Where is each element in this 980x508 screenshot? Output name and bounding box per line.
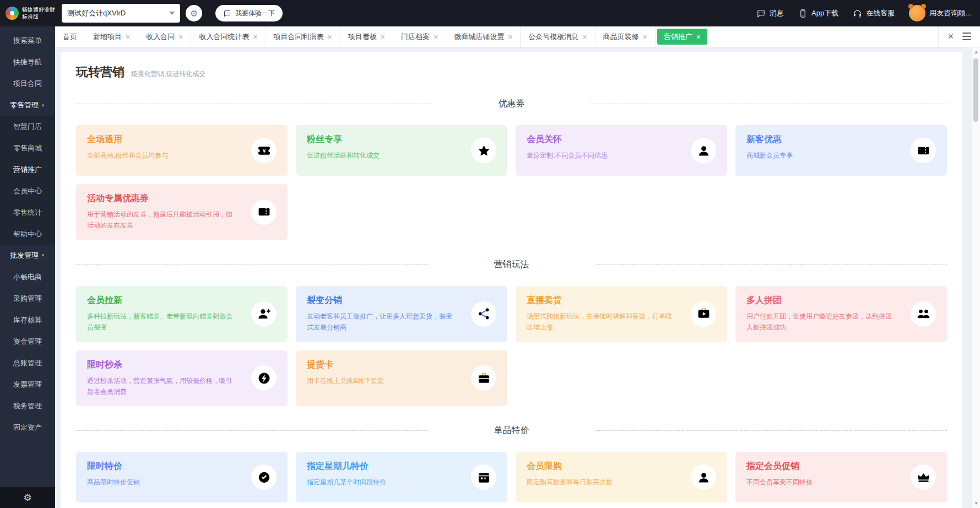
sidebar-item-label: 智慧门店 [13,122,42,132]
tab-income-contract-stats[interactable]: 收入合同统计表× [191,26,266,47]
tab-label: 新增项目 [93,32,122,42]
tab-official-account-template[interactable]: 公众号模板消息× [521,26,595,47]
consultant-entry[interactable]: 用友咨询顾... [909,5,971,21]
feature-card[interactable]: 会员关怀 量身定制,不同会员不同优惠 [516,125,727,176]
sidebar-item-smart-store[interactable]: 智慧门店 [0,116,55,137]
section-header: 单品特价 [76,425,947,436]
sidebar-item-general-ledger[interactable]: 总账管理 [0,352,55,374]
close-all-tabs-icon[interactable]: × [947,31,954,41]
sidebar-group-retail-management[interactable]: 零售管理▲ [0,94,55,116]
tab-close-icon[interactable]: × [643,33,647,41]
tabbar-controls: × [938,26,980,46]
coupon-icon [911,138,936,163]
scroll-up-icon[interactable]: ▲ [972,50,980,55]
tab-close-icon[interactable]: × [508,33,512,41]
experience-button[interactable]: 我要体验一下 [215,5,283,21]
feature-card[interactable]: 指定星期几特价 指定星期几某个时间段特价 [296,452,507,502]
tab-close-icon[interactable]: × [381,33,385,41]
sidebar-item-retail-stats[interactable]: 零售统计 [0,202,55,223]
tab-close-icon[interactable]: × [126,33,130,41]
tab-close-icon[interactable]: × [434,33,438,41]
sidebar-item-help-center[interactable]: 帮助中心 [0,223,55,245]
chat-bubble-icon [223,9,231,18]
tabbar: 首页 新增项目× 收入合同× 收入合同统计表× 项目合同利润表× 项目看板× 门… [55,26,980,47]
tab-weshop-settings[interactable]: 微商城店铺设置× [446,26,521,47]
feature-card[interactable]: 限时秒杀 通过秒杀活动，营造紧张气氛，用较低价格，吸引新老会员消费 [76,350,288,407]
card-title: 会员拉新 [87,295,277,306]
scroll-down-icon[interactable]: ▼ [972,501,980,506]
section-coupons: 优惠券 全场通用 全部商品,粉丝和会员均参与 粉丝专享 促进粉丝活跃和转化成交 [61,98,962,502]
account-select[interactable]: 测试好会计qXVlrD [62,4,180,23]
sidebar-item-search-menu[interactable]: 搜索菜单 [0,30,55,51]
tab-project-contract-profit[interactable]: 项目合同利润表× [266,26,340,47]
app-download-button[interactable]: App下载 [798,8,838,18]
feature-card[interactable]: 直播卖货 场景式购物新玩法，主播随时讲解和答疑，订单嗖嗖增上涨 [516,286,727,342]
sidebar-item-xiaochang-ecommerce[interactable]: 小畅电商 [0,266,55,288]
tab-marketing-promotion[interactable]: 营销推广× [657,29,707,45]
tab-close-icon[interactable]: × [696,33,701,41]
tab-label: 微商城店铺设置 [454,32,504,42]
tab-close-icon[interactable]: × [582,33,587,41]
collapse-up-icon: ▲ [41,102,45,107]
sidebar-item-project-contract[interactable]: 项目合同 [0,73,55,94]
feature-card[interactable]: 限时特价 商品限时特价促销 [76,452,288,502]
sidebar-item-retail-mall[interactable]: 零售商城 [0,137,55,159]
card-title: 提货卡 [307,359,496,371]
scrollbar-thumb[interactable] [973,58,978,122]
feature-card[interactable]: 活动专属优惠券 用于营销活动的发券，新建后只能被活动引用，随活动的发布发券 [76,184,288,240]
tab-home[interactable]: 首页 [55,26,85,47]
sidebar-settings-gear-icon[interactable]: ⚙ [0,487,55,508]
tab-label: 项目合同利润表 [274,32,324,42]
sidebar-item-label: 采购管理 [13,294,42,304]
feature-card[interactable]: 粉丝专享 促进粉丝活跃和转化成交 [296,125,507,176]
tab-close-icon[interactable]: × [178,33,183,41]
tab-product-page-design[interactable]: 商品页装修× [595,26,656,47]
share-network-icon [471,301,496,327]
tab-label: 项目看板 [348,32,377,42]
feature-card[interactable]: 裂变分销 发动老客和员工做推广，让更多人帮您卖货，裂变式发展分销商 [296,286,507,342]
sidebar-item-label: 零售商城 [13,143,42,153]
sidebar-item-inventory-accounting[interactable]: 库存核算 [0,309,55,331]
sidebar-item-funds-management[interactable]: 资金管理 [0,331,55,352]
vertical-scrollbar[interactable]: ▲ ▼ [972,47,980,508]
tab-project-board[interactable]: 项目看板× [340,26,393,47]
feature-card[interactable]: 全场通用 全部商品,粉丝和会员均参与 [76,125,288,176]
feature-card[interactable]: 提货卡 用卡在线上兑换&线下提货 [296,350,507,407]
card-title: 指定会员促销 [746,461,936,472]
card-desc: 场景式购物新玩法，主播随时讲解和答疑，订单嗖嗖增上涨 [527,311,716,333]
feature-card[interactable]: 指定会员促销 不同会员享受不同特价 [735,452,947,502]
sidebar-item-marketing-promotion[interactable]: 营销推广 [0,159,55,180]
dashed-divider [595,430,947,431]
feature-card[interactable]: 会员拉新 多种拉新玩法，新客赠券、老带新双向赠券刺激会员裂变 [76,286,288,342]
sidebar-item-invoice-management[interactable]: 发票管理 [0,374,55,395]
star-icon [471,138,496,163]
tab-income-contract[interactable]: 收入合同× [138,26,191,47]
tab-close-icon[interactable]: × [328,33,332,41]
feature-card[interactable]: 新客优惠 商城新会员专享 [735,125,947,176]
messages-button[interactable]: 消息 [756,8,784,18]
sidebar-item-member-center[interactable]: 会员中心 [0,180,55,202]
tab-new-project[interactable]: 新增项目× [85,26,138,47]
tab-list-menu-icon[interactable] [962,33,971,40]
sidebar-item-fixed-assets[interactable]: 固定资产 [0,417,55,438]
tab-label: 首页 [63,32,77,42]
tab-store-archive[interactable]: 门店档案× [393,26,446,47]
sidebar-item-quick-nav[interactable]: 快捷导航 [0,51,55,73]
online-service-button[interactable]: 在线客服 [853,8,895,18]
sidebar-item-tax-management[interactable]: 税务管理 [0,395,55,417]
sidebar-group-wholesale-management[interactable]: 批发管理▼ [0,245,55,266]
tab-close-icon[interactable]: × [253,33,257,41]
sidebar-item-purchase-management[interactable]: 采购管理 [0,288,55,309]
live-video-icon [691,301,716,327]
sidebar-item-label: 项目合同 [13,79,42,89]
card-title: 新客优惠 [746,134,936,145]
feature-card[interactable]: 会员限购 限定购买数量和每日购买次数 [516,452,727,502]
sidebar-item-label: 零售管理 [10,100,39,110]
card-title: 粉丝专享 [307,134,496,145]
marketing-panel: 玩转营销 场景化营销,促进转化成交 优惠券 全场通用 全部商品,粉丝和会员均参与 [61,52,962,508]
card-desc: 发动老客和员工做推广，让更多人帮您卖货，裂变式发展分销商 [307,311,496,333]
feature-card[interactable]: 多人拼团 用户付款开团，促使用户邀请好友参团，达到拼团人数拼团成功 [735,286,947,342]
ticket-icon [251,138,277,163]
consultant-label: 用友咨询顾... [929,8,971,18]
settings-gear-icon[interactable]: ⚙ [186,5,202,21]
